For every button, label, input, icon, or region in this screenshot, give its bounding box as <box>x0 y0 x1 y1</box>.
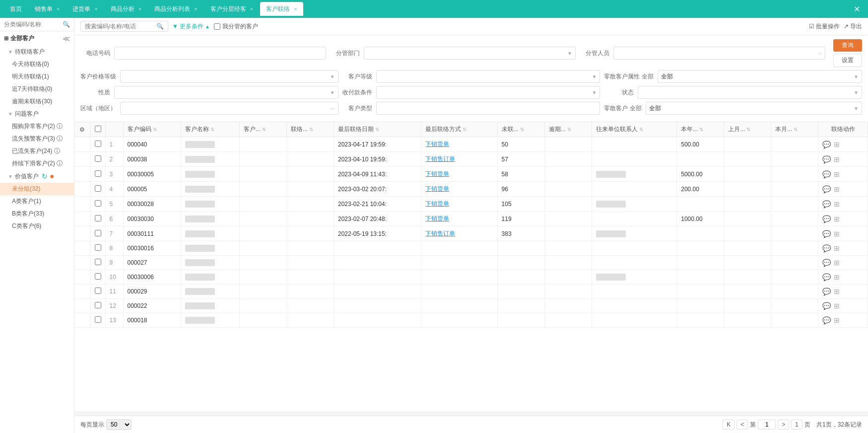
grid-icon[interactable]: ⊞ <box>834 155 840 163</box>
contact-method-link[interactable]: 下销货单 <box>425 185 449 192</box>
message-icon[interactable]: 💬 <box>822 230 831 238</box>
sidebar-item-churned[interactable]: 已流失客户(24) ⓘ <box>0 145 74 157</box>
dots-icon[interactable]: ··· <box>330 105 335 112</box>
my-customers-checkbox[interactable] <box>214 23 220 30</box>
status-select[interactable]: ▼ <box>638 86 862 99</box>
nature-select[interactable]: ▼ <box>114 86 338 99</box>
retail-customer-select[interactable]: 全部 ▼ <box>646 102 862 115</box>
sidebar-item-class-b[interactable]: B类客户(33) <box>0 208 74 220</box>
grid-icon[interactable]: ⊞ <box>834 200 840 208</box>
grid-icon[interactable]: ⊞ <box>834 244 840 252</box>
contact-method-link[interactable]: 下销售订单 <box>425 230 455 237</box>
customer-type-select[interactable] <box>376 102 601 115</box>
col-check[interactable] <box>90 122 105 137</box>
close-icon[interactable]: × <box>194 6 197 12</box>
row-check[interactable] <box>90 313 105 328</box>
batch-operation-button[interactable]: ☑ 批量操作 <box>809 22 840 31</box>
grid-icon[interactable]: ⊞ <box>834 288 840 295</box>
tab-home[interactable]: 首页 <box>4 2 28 16</box>
grid-icon[interactable]: ⊞ <box>834 273 840 281</box>
grid-icon[interactable]: ⊞ <box>834 230 840 238</box>
refresh-icon[interactable]: ↻ <box>42 172 48 180</box>
first-page-button[interactable]: K <box>723 420 734 430</box>
close-icon[interactable]: × <box>94 6 97 12</box>
message-icon[interactable]: 💬 <box>822 302 831 310</box>
row-check[interactable] <box>90 285 105 299</box>
row-check[interactable] <box>90 137 105 152</box>
message-icon[interactable]: 💬 <box>822 316 831 324</box>
sidebar-item-class-a[interactable]: A类客户(1) <box>0 195 74 208</box>
sidebar-item-declining[interactable]: 持续下滑客户(2) ⓘ <box>0 157 74 170</box>
search-icon[interactable]: 🔍 <box>156 23 164 30</box>
more-filters-button[interactable]: ▼ 更多条件 ▲ <box>172 22 210 31</box>
tab-purchase[interactable]: 进货单 × <box>67 2 103 16</box>
col-settings[interactable]: ⚙ <box>74 122 90 137</box>
select-all-checkbox[interactable] <box>95 126 101 132</box>
customer-level-select[interactable]: ▼ <box>376 70 601 83</box>
row-check[interactable] <box>90 182 105 197</box>
page-size-select[interactable]: 50 100 <box>106 419 132 430</box>
search-box[interactable]: 🔍 <box>80 21 168 32</box>
sidebar-item-unclassified[interactable]: 未分组(32) <box>0 183 74 195</box>
grid-icon[interactable]: ⊞ <box>834 316 840 324</box>
grid-icon[interactable]: ⊞ <box>834 141 840 148</box>
col-last-method[interactable]: 最后联络方式⇅ <box>421 122 497 137</box>
message-icon[interactable]: 💬 <box>822 141 831 148</box>
prev-page-button[interactable]: < <box>736 420 748 430</box>
sidebar-search-input[interactable] <box>4 21 61 28</box>
contact-method-link[interactable]: 下销货单 <box>425 215 449 222</box>
dept-select[interactable]: ▼ <box>364 47 576 60</box>
contact-method-link[interactable]: 下销货单 <box>425 200 449 207</box>
col-name[interactable]: 客户名称⇅ <box>181 122 239 137</box>
sidebar-group-problem[interactable]: ▼ 问题客户 <box>0 108 74 120</box>
close-icon[interactable]: × <box>294 6 297 12</box>
col-not-contact[interactable]: 未联...⇅ <box>497 122 544 137</box>
message-icon[interactable]: 💬 <box>822 200 831 208</box>
col-this-month[interactable]: 本月...⇅ <box>771 122 818 137</box>
message-icon[interactable]: 💬 <box>822 215 831 223</box>
reset-button[interactable]: 设置 <box>833 54 862 67</box>
grid-icon[interactable]: ⊞ <box>834 170 840 178</box>
manager-select[interactable]: ··· <box>613 47 825 60</box>
export-button[interactable]: ↗ 导出 <box>844 22 862 31</box>
message-icon[interactable]: 💬 <box>822 273 831 281</box>
tab-customer-segment[interactable]: 客户分层经客 × <box>204 2 259 16</box>
sidebar-item-today[interactable]: 今天待联络(0) <box>0 58 74 71</box>
row-check[interactable] <box>90 256 105 270</box>
message-icon[interactable]: 💬 <box>822 244 831 252</box>
row-check[interactable] <box>90 167 105 182</box>
close-icon[interactable]: × <box>250 6 253 12</box>
sidebar-item-tomorrow[interactable]: 明天待联络(1) <box>0 71 74 83</box>
message-icon[interactable]: 💬 <box>822 259 831 267</box>
grid-icon[interactable]: ⊞ <box>834 185 840 193</box>
close-icon[interactable]: × <box>57 6 60 12</box>
col-this-year[interactable]: 本年...⇅ <box>677 122 724 137</box>
col-contact-person[interactable]: 往来单位联系人⇅ <box>592 122 677 137</box>
horizontal-scrollbar[interactable] <box>74 412 868 416</box>
region-select[interactable]: ··· <box>120 102 338 115</box>
row-check[interactable] <box>90 241 105 256</box>
row-check[interactable] <box>90 299 105 313</box>
contact-method-link[interactable]: 下销售订单 <box>425 155 455 162</box>
grid-icon[interactable]: ⊞ <box>834 215 840 223</box>
message-icon[interactable]: 💬 <box>822 170 831 178</box>
sidebar-item-churn-warning[interactable]: 流失预警客户(3) ⓘ <box>0 133 74 145</box>
grid-icon[interactable]: ⊞ <box>834 259 840 267</box>
close-icon[interactable]: × <box>138 6 141 12</box>
page-number-input[interactable] <box>758 420 776 430</box>
tab-sales[interactable]: 销售单 × <box>29 2 66 16</box>
retail-attr-select[interactable]: 全部 ▼ <box>658 70 862 83</box>
message-icon[interactable]: 💬 <box>822 288 831 295</box>
row-check[interactable] <box>90 152 105 167</box>
search-icon[interactable]: 🔍 <box>63 21 70 28</box>
tab-product-analysis[interactable]: 商品分析 × <box>105 2 147 16</box>
sidebar-group-pending[interactable]: ▼ 待联络客户 <box>0 46 74 58</box>
tab-product-analysis-list[interactable]: 商品分析列表 × <box>148 2 203 16</box>
col-contact[interactable]: 联络...⇅ <box>286 122 334 137</box>
row-check[interactable] <box>90 270 105 285</box>
col-overdue[interactable]: 逾期...⇅ <box>544 122 592 137</box>
query-button[interactable]: 查询 <box>833 39 862 52</box>
row-check[interactable] <box>90 226 105 241</box>
col-last-month[interactable]: 上月...⇅ <box>724 122 771 137</box>
all-customers-section[interactable]: ⊞ 全部客户 ≪ <box>0 31 74 46</box>
